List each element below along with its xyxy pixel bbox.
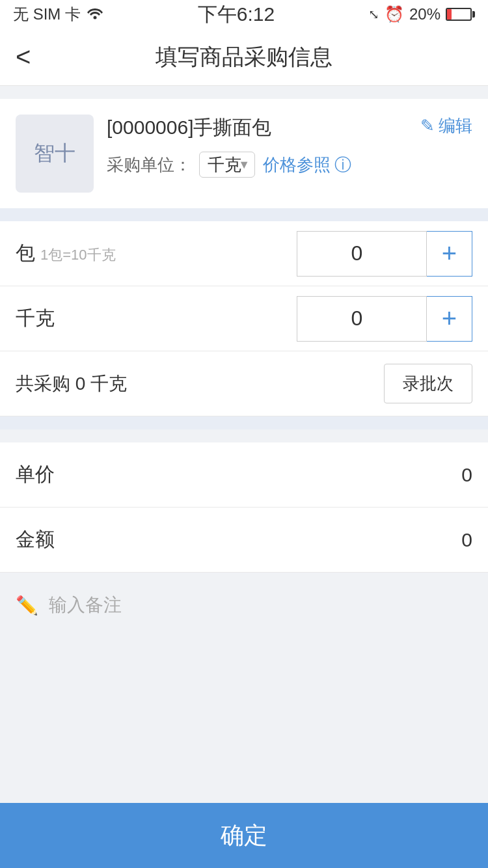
unit-select-wrapper[interactable]: 千克 包 xyxy=(199,152,255,178)
product-card: 智十 [0000006]手撕面包 采购单位： 千克 包 价格参照 ⓘ ✎ 编辑 xyxy=(0,99,488,208)
page-title: 填写商品采购信息 xyxy=(156,42,332,72)
unit-price-row: 单价 0 xyxy=(0,442,488,508)
record-batch-button[interactable]: 录批次 xyxy=(384,364,472,403)
amount-row: 金额 0 xyxy=(0,508,488,573)
edit-icon: ✎ xyxy=(420,116,435,136)
summary-unit: 千克 xyxy=(90,373,127,394)
bag-sub: 1包=10千克 xyxy=(40,247,116,263)
bag-plus-button[interactable]: + xyxy=(427,231,472,277)
kg-quantity-input[interactable] xyxy=(297,296,427,342)
bag-quantity-input[interactable] xyxy=(297,231,427,277)
remark-section[interactable]: ✏️ 输入备注 xyxy=(0,573,488,638)
summary-prefix: 共采购 xyxy=(16,373,75,394)
summary-row: 共采购 0 千克 录批次 xyxy=(0,351,488,416)
wifi-icon xyxy=(86,5,104,23)
kg-input-control: + xyxy=(297,296,472,342)
product-name: [0000006]手撕面包 xyxy=(107,115,472,141)
summary-text: 共采购 0 千克 xyxy=(16,372,127,396)
unit-select[interactable]: 千克 包 xyxy=(199,152,255,178)
battery-percent: 20% xyxy=(409,5,441,23)
product-image: 智十 xyxy=(16,115,94,193)
summary-amount: 0 xyxy=(75,373,90,394)
kg-plus-button[interactable]: + xyxy=(427,296,472,342)
sim-label: 无 SIM 卡 xyxy=(13,4,81,25)
product-logo: 智十 xyxy=(34,139,75,168)
bag-label: 包1包=10千克 xyxy=(16,240,297,267)
amount-label: 金额 xyxy=(16,526,55,553)
price-ref-label: 价格参照 xyxy=(263,154,331,176)
price-ref-button[interactable]: 价格参照 ⓘ xyxy=(263,154,351,176)
back-button[interactable]: < xyxy=(16,42,31,72)
section-divider-1 xyxy=(0,208,488,221)
nav-bar: < 填写商品采购信息 xyxy=(0,29,488,86)
price-info-section: 单价 0 金额 0 xyxy=(0,442,488,573)
bag-input-control: + xyxy=(297,231,472,277)
svg-point-0 xyxy=(94,16,97,20)
amount-value: 0 xyxy=(461,529,472,551)
edit-button[interactable]: ✎ 编辑 xyxy=(420,115,472,137)
battery-icon xyxy=(446,8,475,21)
kg-label: 千克 xyxy=(16,305,297,332)
status-right: ⤡ ⏰ 20% xyxy=(368,5,475,23)
input-section: 包1包=10千克 + 千克 + xyxy=(0,221,488,351)
status-time: 下午6:12 xyxy=(198,1,275,28)
product-info: [0000006]手撕面包 采购单位： 千克 包 价格参照 ⓘ xyxy=(107,115,472,178)
section-divider-2 xyxy=(0,416,488,429)
unit-label: 采购单位： xyxy=(107,154,191,176)
status-bar: 无 SIM 卡 下午6:12 ⤡ ⏰ 20% xyxy=(0,0,488,29)
status-left: 无 SIM 卡 xyxy=(13,4,104,25)
info-icon: ⓘ xyxy=(334,154,351,176)
confirm-button[interactable]: 确定 xyxy=(0,803,488,868)
location-icon: ⤡ xyxy=(368,7,379,22)
alarm-icon: ⏰ xyxy=(385,5,404,23)
product-unit-row: 采购单位： 千克 包 价格参照 ⓘ xyxy=(107,152,472,178)
kg-input-row: 千克 + xyxy=(0,286,488,351)
unit-price-label: 单价 xyxy=(16,461,55,488)
bag-input-row: 包1包=10千克 + xyxy=(0,221,488,286)
remark-placeholder: 输入备注 xyxy=(49,593,122,617)
pencil-icon: ✏️ xyxy=(16,595,38,616)
unit-price-value: 0 xyxy=(461,464,472,486)
edit-label: 编辑 xyxy=(439,115,472,137)
